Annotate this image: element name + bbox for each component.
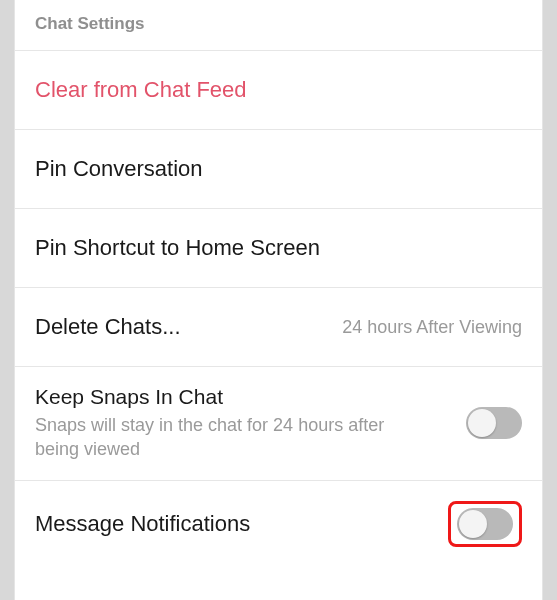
highlight-box — [448, 501, 522, 547]
toggle-knob — [468, 409, 496, 437]
delete-chats-label: Delete Chats... — [35, 314, 330, 340]
pin-shortcut-label: Pin Shortcut to Home Screen — [35, 235, 522, 261]
message-notifications-label: Message Notifications — [35, 511, 448, 537]
keep-snaps-toggle[interactable] — [466, 407, 522, 439]
section-header-label: Chat Settings — [35, 14, 145, 33]
chat-settings-panel: Chat Settings Clear from Chat Feed Pin C… — [14, 0, 543, 600]
clear-from-chat-feed-label: Clear from Chat Feed — [35, 77, 522, 103]
keep-snaps-row: Keep Snaps In Chat Snaps will stay in th… — [15, 367, 542, 481]
row-main: Delete Chats... — [35, 314, 330, 340]
pin-shortcut-row[interactable]: Pin Shortcut to Home Screen — [15, 209, 542, 288]
pin-conversation-label: Pin Conversation — [35, 156, 522, 182]
row-main: Pin Shortcut to Home Screen — [35, 235, 522, 261]
row-main: Clear from Chat Feed — [35, 77, 522, 103]
delete-chats-value: 24 hours After Viewing — [330, 317, 522, 338]
delete-chats-row[interactable]: Delete Chats... 24 hours After Viewing — [15, 288, 542, 367]
pin-conversation-row[interactable]: Pin Conversation — [15, 130, 542, 209]
section-header: Chat Settings — [15, 0, 542, 51]
toggle-knob — [459, 510, 487, 538]
row-main: Pin Conversation — [35, 156, 522, 182]
message-notifications-toggle[interactable] — [457, 508, 513, 540]
keep-snaps-subtitle: Snaps will stay in the chat for 24 hours… — [35, 413, 395, 462]
row-main: Message Notifications — [35, 511, 448, 537]
message-notifications-row: Message Notifications — [15, 481, 542, 567]
clear-from-chat-feed-row[interactable]: Clear from Chat Feed — [15, 51, 542, 130]
row-main: Keep Snaps In Chat Snaps will stay in th… — [35, 385, 466, 462]
keep-snaps-label: Keep Snaps In Chat — [35, 385, 466, 409]
